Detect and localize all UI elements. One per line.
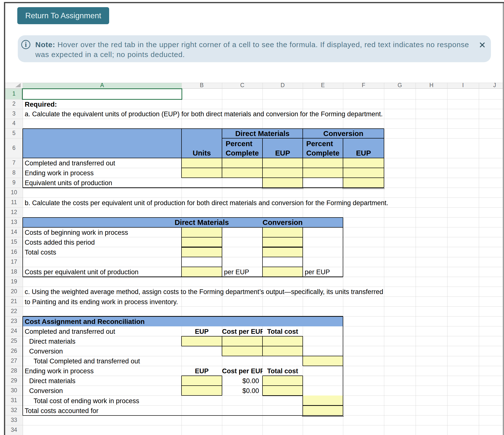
svg-text:i: i bbox=[25, 40, 27, 48]
